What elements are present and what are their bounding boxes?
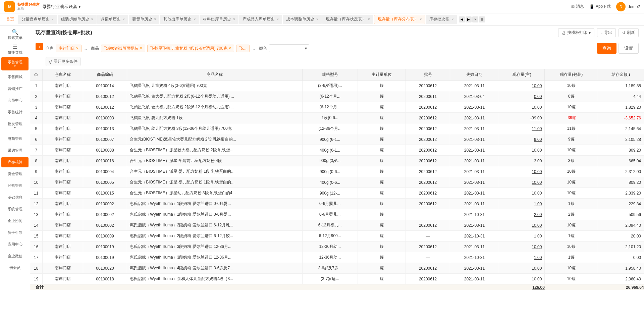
cell-num: 15 xyxy=(30,231,42,241)
tab-home[interactable]: 首页 xyxy=(3,15,17,24)
message-btn[interactable]: ✉ 消息 xyxy=(571,4,584,9)
cell-balance: 2,145.64 xyxy=(598,123,644,134)
sidebar-item-app-center[interactable]: 应用中心 xyxy=(1,239,29,250)
product-tag-2[interactable]: 飞鹤星飞帆 儿童奶粉 4段(3-6岁适用) 700克 × xyxy=(147,45,234,52)
cell-stock-main[interactable]: 10.00 xyxy=(499,241,545,252)
cell-stock-main[interactable]: 10.00 xyxy=(499,220,545,231)
tab-stock-dist[interactable]: 现存量（库存分布表）× xyxy=(374,15,426,24)
expand-more-btn[interactable]: ⋁ 展开更多条件 xyxy=(46,57,80,66)
cell-stock-main[interactable]: 10.00 xyxy=(499,145,545,156)
cell-stock-main[interactable]: 9.00 xyxy=(499,134,545,145)
tab-close-btn[interactable]: × xyxy=(472,16,478,22)
sidebar-item-enterprise[interactable]: 企业协同 xyxy=(1,216,29,226)
cell-batch: 20200612 xyxy=(406,274,450,284)
cell-stock-main[interactable]: 0.00 xyxy=(499,91,545,102)
cell-stock-main[interactable]: 1.00 xyxy=(499,231,545,241)
sidebar-item-guide[interactable]: 新手引导 xyxy=(1,227,29,238)
cell-name: 惠氏启赋（Wyeth illuma）1段奶粉 爱尔兰进口 0-6月婴... xyxy=(127,199,303,209)
tab-batch[interactable]: 库存批次账× xyxy=(426,15,457,24)
cell-unit: 罐 xyxy=(358,274,406,284)
cell-name: 飞鹤星飞帆 婴儿配方奶粉 1段 xyxy=(127,113,303,123)
sidebar-item-retail-shop[interactable]: 零售商城 xyxy=(1,72,29,82)
cell-spec: 3-6岁及7岁... xyxy=(302,263,358,274)
product-tag-2-remove[interactable]: × xyxy=(229,46,231,51)
sidebar-item-operation[interactable]: 经营管理 xyxy=(1,180,29,191)
cell-batch: 20200612 xyxy=(406,199,450,209)
cell-name: 惠氏启赋（Wyeth illuma）1段奶粉 爱尔兰进口 0-6月婴... xyxy=(127,209,303,220)
tab-split[interactable]: 分量盘点单历史× xyxy=(18,15,57,24)
cell-stock-main[interactable]: 10.00 xyxy=(499,166,545,177)
tab-cost-adjust[interactable]: 成本调整单历史× xyxy=(283,15,322,24)
sidebar-item-wholesale[interactable]: 批发管理 ▼ xyxy=(1,119,29,132)
cell-code: 00100019 xyxy=(83,241,127,252)
table-row: 8 南岸门店 00100016 合生元（BIOSTIME）派星 学龄前儿童配方奶… xyxy=(30,156,644,166)
cell-batch: 20200612 xyxy=(406,123,450,134)
sidebar-item-retail[interactable]: 零售管理 ▼ xyxy=(1,57,29,70)
product-more[interactable]: 飞... xyxy=(236,45,250,52)
sidebar-item-ecommerce[interactable]: 电商管理 xyxy=(1,133,29,144)
sidebar-item-base-info[interactable]: 基础信息 xyxy=(1,192,29,203)
cell-unit: 罐 xyxy=(358,102,406,113)
cell-stock-main[interactable]: 11.00 xyxy=(499,123,545,134)
cell-stock-main[interactable]: 1.00 xyxy=(499,252,545,263)
account-dropdown[interactable]: 母婴行业演示账套 ▾ xyxy=(42,4,81,10)
btn-refresh[interactable]: ↺ 刷新 xyxy=(619,28,639,37)
cell-unit: 罐 xyxy=(358,220,406,231)
sidebar-item-member2[interactable]: 畅会员 xyxy=(1,263,29,273)
cell-spec: 900g (0-6... xyxy=(302,166,358,177)
sidebar-item-finance[interactable]: 资金管理 xyxy=(1,169,29,179)
inventory-table: ⚙ 仓库名称 商品编码 商品名称 规格型号 主计量单位 批号 失效日期 现存量(… xyxy=(30,69,644,290)
sidebar-item-inventory[interactable]: 库存核算 xyxy=(1,157,29,167)
filter-expand-btn[interactable]: › xyxy=(36,43,43,50)
tab-disassemble[interactable]: 组装拆卸单历史× xyxy=(58,15,97,24)
tab-other-out[interactable]: 其他出库单历史× xyxy=(160,15,199,24)
cell-code: 00100013 xyxy=(83,123,127,134)
cell-batch: — xyxy=(406,231,450,241)
tab-stir[interactable]: 调拨单历史× xyxy=(97,15,128,24)
sidebar-search[interactable]: 🔍 搜索英单 xyxy=(0,27,30,42)
tab-more-btn[interactable]: ⊞ xyxy=(479,16,485,22)
cell-stock-main[interactable]: 10.00 xyxy=(499,188,545,199)
warehouse-more[interactable]: ... xyxy=(84,46,87,51)
product-dots[interactable]: ... xyxy=(252,46,255,51)
tab-nav-right[interactable]: ▶ xyxy=(466,16,472,22)
sidebar-item-member[interactable]: 会员中心 xyxy=(1,95,29,106)
btn-setting[interactable]: 设置 xyxy=(619,43,639,54)
cell-stock-main[interactable]: 3.00 xyxy=(499,156,545,166)
sidebar-item-sys[interactable]: 系统管理 xyxy=(1,204,29,214)
color-input[interactable]: ▾ xyxy=(269,44,309,52)
cell-stock-main[interactable]: 10.00 xyxy=(499,177,545,188)
product-tag-1[interactable]: 飞鹤奶粉3段两提装 × xyxy=(101,45,145,52)
warehouse-remove-btn[interactable]: × xyxy=(76,46,78,51)
cell-stock-main[interactable]: 1.00 xyxy=(499,199,545,209)
cell-name: 合生元（BIOSTIME）派星 学龄前儿童配方奶粉 4段 xyxy=(127,156,303,166)
cell-stock-main[interactable]: 10.00 xyxy=(499,102,545,113)
cell-code: 00100007 xyxy=(83,134,127,145)
sidebar-item-marketing[interactable]: 营销推广 xyxy=(1,84,29,94)
sidebar-item-purchase[interactable]: 采购管理 xyxy=(1,145,29,156)
tab-nav-left[interactable]: ◀ xyxy=(459,16,465,22)
sidebar-item-retail-stat[interactable]: 零售统计 xyxy=(1,107,29,117)
cell-stock-main[interactable]: 10.00 xyxy=(499,80,545,91)
logo-area: 畅 畅捷通好生意 标版 母婴行业演示账套 ▾ xyxy=(4,1,81,12)
user-area[interactable]: D demo2 xyxy=(616,2,640,11)
btn-print[interactable]: 🖨 按模板打印 ▾ xyxy=(558,28,594,37)
column-settings-icon[interactable]: ⚙ xyxy=(34,72,38,77)
table-head: ⚙ 仓库名称 商品编码 商品名称 规格型号 主计量单位 批号 失效日期 现存量(… xyxy=(30,69,644,80)
cell-stock-main[interactable]: 10.00 xyxy=(499,274,545,284)
tab-stock-status[interactable]: 现存量（库存状况表）× xyxy=(322,15,373,24)
th-code: 商品编码 xyxy=(83,69,127,80)
tab-material-out[interactable]: 材料出库单历史× xyxy=(200,15,238,24)
sidebar-nav[interactable]: ☰ 快捷导航 xyxy=(0,42,30,56)
cell-stock-main[interactable]: 2.00 xyxy=(499,209,545,220)
cell-stock-main[interactable]: -39.00 xyxy=(499,113,545,123)
tab-require[interactable]: 要货单历史× xyxy=(129,15,160,24)
warehouse-tag[interactable]: 南岸门店 × xyxy=(56,45,82,52)
app-download-btn[interactable]: 📱 App下载 xyxy=(589,4,611,9)
btn-export[interactable]: ↓ 导出 xyxy=(597,28,616,37)
btn-query[interactable]: 查询 xyxy=(597,43,616,54)
cell-stock-main[interactable]: 10.00 xyxy=(499,263,545,274)
sidebar-item-wechat[interactable]: 企业微信 xyxy=(1,251,29,261)
product-tag-1-remove[interactable]: × xyxy=(140,46,142,51)
tab-product-in[interactable]: 产成品入库单历史× xyxy=(239,15,282,24)
